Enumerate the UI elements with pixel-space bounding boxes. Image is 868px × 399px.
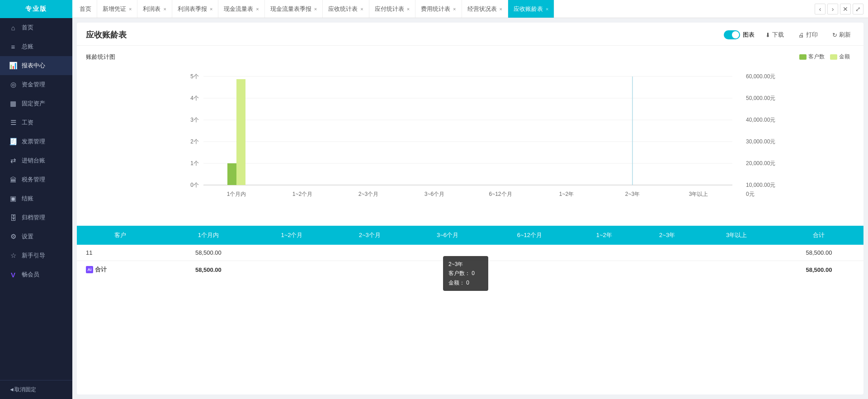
tab-profit-quarter-close[interactable]: × — [210, 6, 212, 12]
tab-payable-stat-close[interactable]: × — [407, 6, 410, 12]
svg-text:2~3年: 2~3年 — [625, 191, 640, 197]
sidebar-item-ledger[interactable]: ≡ 总账 — [0, 37, 72, 56]
footer-label: Ai 合计 — [77, 261, 164, 279]
tab-voucher[interactable]: 新增凭证 × — [97, 0, 137, 18]
tab-biz-status-close[interactable]: × — [500, 6, 502, 12]
sidebar-item-salary[interactable]: ☰ 工资 — [0, 113, 72, 132]
tab-receivable-aging-close[interactable]: × — [546, 6, 548, 12]
sidebar-item-invoice[interactable]: 🧾 发票管理 — [0, 132, 72, 151]
tab-profit[interactable]: 利润表 × — [137, 0, 172, 18]
print-label: 打印 — [806, 31, 818, 39]
svg-text:0个: 0个 — [190, 182, 199, 188]
sidebar-item-home[interactable]: ⌂ 首页 — [0, 18, 72, 37]
tab-biz-status[interactable]: 经营状况表 × — [462, 0, 508, 18]
svg-text:2个: 2个 — [190, 138, 199, 145]
svg-text:1个月内: 1个月内 — [227, 191, 246, 197]
tab-voucher-label: 新增凭证 — [103, 5, 126, 13]
tab-receivable-stat-close[interactable]: × — [360, 6, 363, 12]
svg-text:3个: 3个 — [190, 117, 199, 123]
cell-month23 — [331, 245, 409, 261]
tab-voucher-close[interactable]: × — [129, 6, 132, 12]
tab-close-all-button[interactable]: ✕ — [840, 4, 851, 14]
tab-cashflow-quarter-label: 现金流量表季报 — [270, 5, 311, 13]
legend-customer-label: 客户数 — [808, 53, 825, 61]
tab-profit-quarter[interactable]: 利润表季报 × — [172, 0, 218, 18]
sidebar-item-reports[interactable]: 📊 报表中心 — [0, 56, 72, 75]
closing-icon: ▣ — [9, 195, 17, 203]
tab-receivable-stat[interactable]: 应收统计表 × — [323, 0, 369, 18]
assets-icon: ▦ — [9, 100, 17, 108]
legend-customer-color — [799, 54, 807, 60]
legend-amount-label: 金额 — [839, 53, 850, 61]
cell-customer: 11 — [77, 245, 164, 261]
tab-next-button[interactable]: › — [827, 4, 838, 14]
tab-cashflow-quarter[interactable]: 现金流量表季报 × — [265, 0, 323, 18]
sidebar-item-inout[interactable]: ⇄ 进销台账 — [0, 151, 72, 170]
chart-toggle[interactable]: 图表 — [724, 30, 755, 39]
tab-cashflow[interactable]: 现金流量表 × — [218, 0, 264, 18]
cell-month12 — [253, 245, 330, 261]
svg-text:6~12个月: 6~12个月 — [489, 191, 512, 197]
download-button[interactable]: ⬇ 下载 — [762, 29, 788, 41]
legend-amount-color — [830, 54, 837, 60]
sidebar-item-assets[interactable]: ▦ 固定资产 — [0, 94, 72, 113]
tab-profit-close[interactable]: × — [163, 6, 166, 12]
footer-month36 — [409, 261, 486, 279]
sidebar-item-label: 新手引导 — [22, 252, 45, 260]
table-footer-row: Ai 合计 58,500.00 58,500.00 — [77, 261, 863, 279]
svg-text:10,000.00元: 10,000.00元 — [746, 182, 775, 188]
ledger-icon: ≡ — [9, 43, 17, 51]
page-header: 应收账龄表 图表 ⬇ 下载 🖨 打印 ↻ 刷新 — [77, 23, 863, 46]
tab-cashflow-close[interactable]: × — [256, 6, 259, 12]
cancel-fixed-button[interactable]: ◄取消固定 — [0, 380, 72, 399]
svg-text:50,000.00元: 50,000.00元 — [746, 95, 775, 101]
tab-prev-button[interactable]: ‹ — [815, 4, 826, 14]
funds-icon: ◎ — [9, 81, 17, 89]
sidebar-item-label: 首页 — [22, 24, 33, 32]
tab-profit-label: 利润表 — [143, 5, 160, 13]
toggle-track[interactable] — [724, 30, 740, 39]
aging-table: 客户 1个月内 1~2个月 2~3个月 3~6个月 6~12个月 1~2年 2~… — [77, 226, 863, 278]
legend-amount: 金额 — [830, 53, 850, 61]
svg-text:0元: 0元 — [746, 191, 755, 197]
app-logo: 专业版 — [0, 0, 72, 18]
tab-cashflow-quarter-close[interactable]: × — [314, 6, 317, 12]
sidebar-item-label: 报表中心 — [22, 62, 45, 70]
sidebar-item-funds[interactable]: ◎ 资金管理 — [0, 75, 72, 94]
vip-icon: V — [9, 271, 17, 279]
footer-month23 — [331, 261, 409, 279]
tab-expand-button[interactable]: ⤢ — [853, 4, 863, 14]
svg-text:1个: 1个 — [190, 160, 199, 166]
sidebar: 专业版 ⌂ 首页 ≡ 总账 📊 报表中心 ◎ 资金管理 ▦ 固定资产 ☰ 工资 … — [0, 0, 72, 399]
print-button[interactable]: 🖨 打印 — [795, 29, 821, 41]
tab-expense-stat-close[interactable]: × — [453, 6, 456, 12]
sidebar-item-archive[interactable]: 🗄 归档管理 — [0, 208, 72, 227]
cell-month36 — [409, 245, 486, 261]
tab-expense-stat[interactable]: 费用统计表 × — [415, 0, 462, 18]
sidebar-item-tax[interactable]: 🏛 税务管理 — [0, 170, 72, 189]
salary-icon: ☰ — [9, 119, 17, 127]
sidebar-item-label: 进销台账 — [22, 157, 45, 165]
bar-customer-0 — [227, 163, 236, 185]
header-actions: 图表 ⬇ 下载 🖨 打印 ↻ 刷新 — [724, 29, 854, 41]
sidebar-item-label: 税务管理 — [22, 176, 45, 184]
sidebar-item-settings[interactable]: ⚙ 设置 — [0, 227, 72, 246]
sidebar-item-label: 工资 — [22, 119, 33, 127]
invoice-icon: 🧾 — [9, 138, 17, 146]
sidebar-item-guide[interactable]: ☆ 新手引导 — [0, 246, 72, 265]
table-header-row: 客户 1个月内 1~2个月 2~3个月 3~6个月 6~12个月 1~2年 2~… — [77, 226, 863, 245]
footer-year3plus — [698, 261, 774, 279]
sidebar-item-label: 总账 — [22, 43, 33, 51]
data-table-wrapper: 客户 1个月内 1~2个月 2~3个月 3~6个月 6~12个月 1~2年 2~… — [77, 226, 863, 287]
tab-home[interactable]: 首页 — [74, 0, 97, 18]
svg-text:3~6个月: 3~6个月 — [425, 191, 444, 197]
refresh-button[interactable]: ↻ 刷新 — [829, 29, 854, 41]
col-customer: 客户 — [77, 226, 164, 245]
tab-payable-stat[interactable]: 应付统计表 × — [369, 0, 415, 18]
tab-receivable-aging[interactable]: 应收账龄表 × — [508, 0, 554, 18]
tab-biz-status-label: 经营状况表 — [467, 5, 497, 13]
sidebar-item-closing[interactable]: ▣ 结账 — [0, 189, 72, 208]
sidebar-item-vip[interactable]: V 畅会员 — [0, 265, 72, 284]
footer-year23 — [636, 261, 698, 279]
download-icon: ⬇ — [765, 32, 770, 38]
